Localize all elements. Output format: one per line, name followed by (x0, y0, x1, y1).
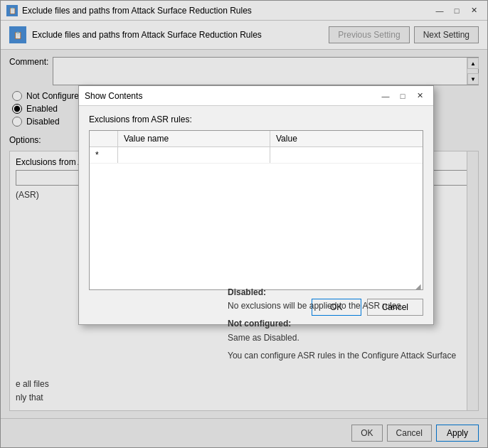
modal-table-container: Value name Value * ◢ (89, 130, 423, 290)
cell-value-name[interactable] (118, 147, 270, 163)
modal-title: Show Contents (85, 91, 142, 101)
modal-cancel-button[interactable]: Cancel (367, 299, 423, 316)
modal-table-header: Value name Value (90, 131, 423, 147)
cell-marker: * (90, 147, 118, 163)
modal-dialog: Show Contents — □ ✕ Exclusions from ASR … (78, 85, 434, 325)
modal-body: Exclusions from ASR rules: Value name Va… (79, 106, 433, 324)
table-row: * (90, 147, 423, 164)
modal-minimize-button[interactable]: — (378, 88, 393, 104)
modal-ok-button[interactable]: OK (312, 299, 361, 316)
table-body: * (90, 147, 423, 289)
col-header-marker (90, 131, 118, 146)
modal-maximize-button[interactable]: □ (395, 88, 410, 104)
modal-close-button[interactable]: ✕ (412, 88, 428, 104)
resize-handle[interactable]: ◢ (415, 282, 423, 289)
modal-bottom-buttons: OK Cancel (89, 296, 423, 316)
modal-subtitle: Exclusions from ASR rules: (89, 114, 423, 124)
cell-value[interactable] (270, 147, 423, 163)
col-header-value-name: Value name (118, 131, 270, 146)
modal-overlay: Show Contents — □ ✕ Exclusions from ASR … (0, 0, 488, 448)
col-header-value: Value (270, 131, 423, 146)
modal-title-bar: Show Contents — □ ✕ (79, 86, 433, 106)
